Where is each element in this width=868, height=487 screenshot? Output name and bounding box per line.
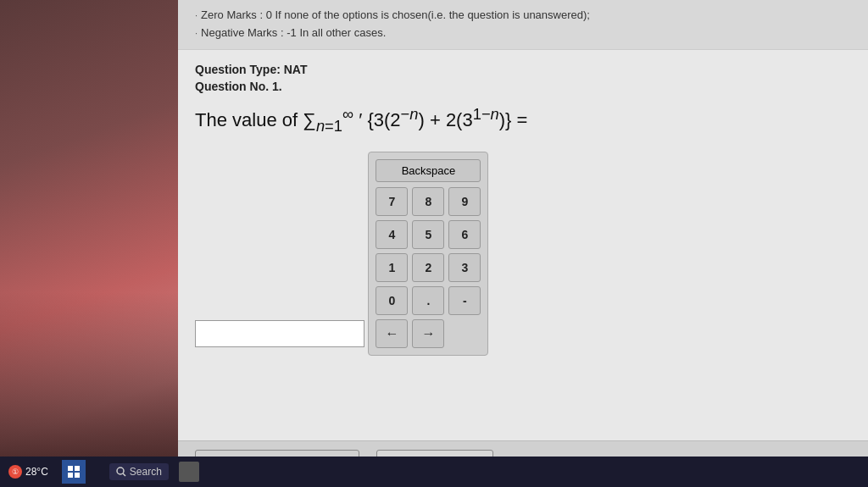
numpad-grid: 7 8 9 4 5 6 1 2 3 0 . - [376, 187, 481, 315]
svg-point-4 [117, 468, 124, 474]
svg-rect-0 [68, 466, 73, 471]
left-decorative-panel [0, 0, 178, 487]
arrow-right-button[interactable]: → [412, 319, 444, 348]
arrow-row: ← → [376, 319, 481, 348]
taskbar-search-label: Search [130, 466, 162, 478]
taskbar-user-icon [179, 462, 199, 482]
zero-marks-text: Zero Marks : 0 If none of the options is… [201, 7, 590, 25]
question-number-label: Question No. 1. [195, 80, 851, 93]
svg-rect-2 [68, 473, 73, 478]
bullet-1: · [195, 8, 198, 24]
num-btn-0[interactable]: 0 [376, 286, 408, 315]
num-btn-2[interactable]: 2 [412, 253, 444, 282]
info-bar: · Zero Marks : 0 If none of the options … [178, 0, 868, 50]
num-btn-7[interactable]: 7 [376, 187, 408, 216]
num-btn-5[interactable]: 5 [412, 220, 444, 249]
content-row: · Zero Marks : 0 If none of the options … [0, 0, 868, 487]
num-btn-6[interactable]: 6 [448, 220, 481, 249]
taskbar: ① 28°C Search [0, 457, 868, 487]
question-text: The value of ∑n=1∞ ′ {3(2−n) + 2(31−n)} … [195, 103, 851, 136]
app-wrapper: · Zero Marks : 0 If none of the options … [0, 0, 868, 487]
backspace-button[interactable]: Backspace [376, 159, 481, 182]
zero-marks-line: · Zero Marks : 0 If none of the options … [195, 7, 851, 25]
main-content: · Zero Marks : 0 If none of the options … [178, 0, 868, 487]
answer-input[interactable] [195, 320, 364, 347]
taskbar-temperature: ① 28°C [8, 465, 48, 479]
num-btn-minus[interactable]: - [448, 286, 481, 315]
taskbar-search-box[interactable]: Search [109, 463, 169, 480]
backspace-row: Backspace [376, 159, 481, 182]
num-btn-1[interactable]: 1 [376, 253, 408, 282]
num-btn-dot[interactable]: . [412, 286, 444, 315]
question-area: Question Type: NAT Question No. 1. The v… [178, 50, 868, 440]
taskbar-windows-icon[interactable] [62, 460, 86, 484]
num-btn-3[interactable]: 3 [448, 253, 481, 282]
num-btn-4[interactable]: 4 [376, 220, 408, 249]
svg-rect-3 [75, 473, 80, 478]
svg-rect-1 [75, 466, 80, 471]
num-btn-9[interactable]: 9 [448, 187, 481, 216]
question-type-label: Question Type: NAT [195, 63, 851, 76]
arrow-left-button[interactable]: ← [376, 319, 408, 348]
numpad: Backspace 7 8 9 4 5 6 1 2 3 0 . - [368, 152, 488, 356]
negative-marks-text: Negative Marks : -1 In all other cases. [201, 25, 386, 42]
num-btn-8[interactable]: 8 [412, 187, 444, 216]
bullet-2: · [195, 26, 198, 42]
negative-marks-line: · Negative Marks : -1 In all other cases… [195, 25, 851, 42]
svg-line-5 [123, 473, 125, 476]
temperature-value: 28°C [25, 466, 48, 478]
temperature-icon: ① [8, 465, 22, 479]
